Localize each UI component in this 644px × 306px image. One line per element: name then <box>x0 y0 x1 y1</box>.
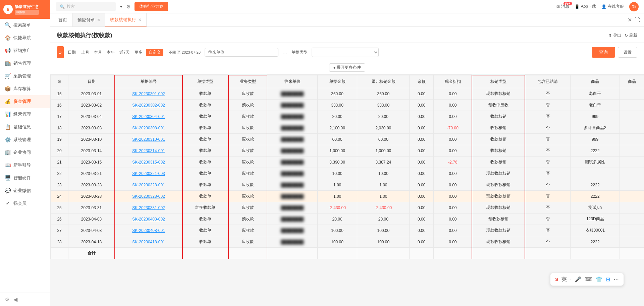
sidebar-item-guide[interactable]: 📖 新手引导 <box>0 159 50 172</box>
col-header-settings[interactable]: ⚙ <box>51 75 68 88</box>
cell-no: 23 <box>51 179 68 191</box>
tab-collection-close-icon[interactable]: ✕ <box>138 17 142 22</box>
cell-date: 2023-04-08 <box>68 225 115 236</box>
total-docno-cell <box>115 248 182 259</box>
floating-more-icon[interactable]: ⋯ <box>613 276 619 283</box>
app-download-button[interactable]: 📱 App下载 <box>575 4 596 9</box>
dropdown-chevron-icon: ▾ <box>120 4 122 9</box>
tab-prepay[interactable]: 预应付单 ✕ <box>73 13 105 26</box>
guide-icon: 📖 <box>5 162 11 168</box>
topbar-dropdown[interactable]: ▾ <box>120 4 122 9</box>
partner-input[interactable] <box>205 48 278 57</box>
doc-no-link[interactable]: SK-20230418-001 <box>132 240 165 244</box>
floating-keyboard-icon[interactable]: ⌨ <box>585 276 592 283</box>
doc-no-link[interactable]: SK-20230302-002 <box>132 103 165 108</box>
date-btn-7days[interactable]: 近7天 <box>118 49 131 56</box>
sidebar-item-label: 基础信息 <box>13 124 31 130</box>
filter-settings-button[interactable]: 设置 <box>618 47 637 58</box>
doc-no-link[interactable]: SK-20230403-002 <box>132 217 165 222</box>
cell-product2 <box>620 111 644 122</box>
doc-no-link[interactable]: SK-20230408-001 <box>132 228 165 233</box>
date-custom-button[interactable]: 自定义 <box>146 49 163 56</box>
message-badge: 99+ <box>564 2 572 5</box>
doc-no-link[interactable]: SK-20230304-001 <box>132 114 165 119</box>
sidebar-item-business[interactable]: 📊 经营管理 <box>0 108 50 121</box>
table-settings-icon[interactable]: ⚙ <box>57 79 62 84</box>
doc-no-link[interactable]: SK-20230310-001 <box>132 137 165 142</box>
data-table: ⚙ 日期 单据编号 单据类型 业务类型 往来单位 单据金额 累计核销金额 余额 … <box>50 75 644 259</box>
sidebar-item-wechat[interactable]: 💬 企业微信 <box>0 184 50 197</box>
cell-doc-type: 收款单 <box>182 88 228 100</box>
cell-include-settled: 否 <box>525 100 571 111</box>
col-header-biz-type: 业务类型 <box>228 75 267 88</box>
sidebar-item-marketing[interactable]: 📢 营销推广 <box>0 44 50 57</box>
sidebar-item-search[interactable]: 🔍 搜索菜单 <box>0 19 50 32</box>
doc-no-link[interactable]: SK-20230328-001 <box>132 183 165 187</box>
solution-button[interactable]: 体验行业方案 <box>135 2 168 11</box>
total-partner-cell <box>267 248 317 259</box>
sidebar-item-shortcut[interactable]: 🏠 快捷导航 <box>0 32 50 44</box>
sidebar-item-system[interactable]: ⚙️ 系统管理 <box>0 133 50 146</box>
sidebar-item-member[interactable]: ✓ 畅会员 <box>0 197 50 210</box>
doc-no-link[interactable]: SK-20230328-002 <box>132 194 165 199</box>
col-header-product2: 商品 <box>620 75 644 88</box>
doc-no-link[interactable]: SK-20230315-002 <box>132 160 165 165</box>
user-avatar[interactable]: Rit <box>629 2 639 11</box>
cell-date: 2023-03-28 <box>68 191 115 202</box>
total-product-cell <box>571 248 620 259</box>
date-btn-this-month[interactable]: 本月 <box>93 49 103 56</box>
cell-doc-type: 收款单 <box>182 236 228 248</box>
filter-collapse-button[interactable]: » <box>57 46 64 58</box>
settings-bottom-icon[interactable]: ⚙ <box>5 296 9 303</box>
doc-no-link[interactable]: SK-20230321-003 <box>132 171 165 176</box>
sidebar-item-enterprise[interactable]: 🏢 企业协同 <box>0 146 50 159</box>
export-button[interactable]: ⬆ 导出 <box>608 33 621 38</box>
doc-no-link[interactable]: SK-20230301-002 <box>132 91 165 96</box>
doc-no-link[interactable]: SK-20230308-001 <box>132 126 165 130</box>
date-btn-more[interactable]: 更多 <box>133 49 144 56</box>
voucher-type-select[interactable] <box>312 48 379 57</box>
tab-expand-icon[interactable]: ⛶ <box>635 17 640 23</box>
cell-verified: 100.00 <box>357 236 410 248</box>
date-btn-last-month[interactable]: 上月 <box>80 49 91 56</box>
sidebar-item-hardware[interactable]: 🖥️ 智能硬件 <box>0 172 50 184</box>
topbar-gear-icon[interactable]: ⚙ <box>126 4 130 10</box>
query-button[interactable]: 查询 <box>592 47 615 58</box>
filter-more-dots[interactable]: ... <box>282 49 287 56</box>
sidebar-item-label: 经营管理 <box>13 111 31 117</box>
col-header-doc-type: 单据类型 <box>182 75 228 88</box>
cell-balance: 0.00 <box>410 134 434 145</box>
cell-verified: 3,387.24 <box>357 157 410 168</box>
cell-partner: ████████ <box>267 157 317 168</box>
floating-shirt-icon[interactable]: 👕 <box>596 276 602 283</box>
search-icon: 🔍 <box>5 22 11 28</box>
doc-no-link[interactable]: SK-20230314-001 <box>132 148 165 153</box>
table-row: 17 2023-03-04 SK-20230304-001 收款单 应收款 ██… <box>51 111 644 122</box>
date-btn-this-year[interactable]: 本年 <box>105 49 116 56</box>
message-button[interactable]: ✉ 消息 99+ <box>556 4 569 9</box>
cell-doc-no: SK-20230315-002 <box>115 157 182 168</box>
online-service-button[interactable]: 👤 在线客服 <box>601 4 624 9</box>
topbar-search-box[interactable]: 🔍 搜索 <box>56 2 116 11</box>
sidebar-item-label: 快捷导航 <box>13 35 31 41</box>
tab-prepay-close-icon[interactable]: ✕ <box>97 18 100 22</box>
total-verifytype-cell <box>472 248 525 259</box>
tab-home[interactable]: 首页 <box>53 13 73 26</box>
sidebar-item-sales[interactable]: 🏬 销售管理 <box>0 57 50 70</box>
collapse-sidebar-icon[interactable]: ◀ <box>13 296 17 303</box>
table-row: 25 2023-03-31 SK-20230331-002 红字收款单 应收款 … <box>51 202 644 213</box>
floating-mic-icon[interactable]: 🎤 <box>575 276 581 283</box>
sidebar-item-purchase[interactable]: 🛒 采购管理 <box>0 70 50 82</box>
expand-conditions-button[interactable]: ▾ 展开更多条件 <box>329 63 365 72</box>
tab-close-all-icon[interactable]: ✕ <box>628 17 632 23</box>
tab-collection[interactable]: 收款核销执行 ✕ <box>105 13 147 26</box>
cell-no: 25 <box>51 202 68 213</box>
sidebar-item-inventory[interactable]: 📦 库存核算 <box>0 82 50 95</box>
sidebar-item-finance[interactable]: 💰 资金管理 <box>0 95 50 108</box>
total-date-cell: 合计 <box>68 248 115 259</box>
floating-grid-icon[interactable]: ⊞ <box>606 276 610 283</box>
cell-balance: 0.00 <box>410 179 434 191</box>
doc-no-link[interactable]: SK-20230331-002 <box>132 205 165 210</box>
sidebar-item-basic[interactable]: 📋 基础信息 <box>0 121 50 133</box>
refresh-button[interactable]: ↻ 刷新 <box>625 33 637 38</box>
